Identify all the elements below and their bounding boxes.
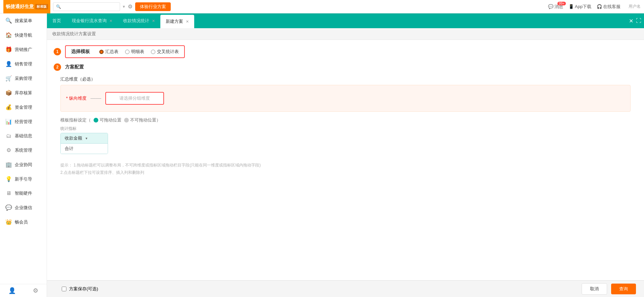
sidebar-item-label: 智能硬件 [15, 190, 32, 196]
dim-row: * 纵向维度 —— 请选择分组维度 [66, 92, 164, 105]
stat-col-chevron: ▾ [86, 136, 88, 141]
content: 收款情况统计方案设置 1 选择模板 汇总表 [47, 28, 644, 280]
radio-summary-input[interactable] [99, 50, 104, 54]
app-logo: 畅捷通好生意 标准版 [3, 0, 50, 13]
app-edition: 标准版 [35, 4, 48, 9]
tab-cash-query[interactable]: 现金银行流水查询 ✕ [66, 13, 118, 28]
sidebar-item-wechat[interactable]: 💬 企业微信 [0, 200, 47, 215]
sidebar-item-sales[interactable]: 👤 销售管理 [0, 57, 47, 71]
sidebar-item-label: 系统管理 [15, 147, 32, 153]
radio-detail-input[interactable] [125, 50, 129, 54]
dropdown-icon[interactable]: ▾ [123, 4, 125, 9]
sidebar-item-hardware[interactable]: 🖥 智能硬件 [0, 186, 47, 200]
inventory-icon: 📦 [5, 90, 12, 96]
purchase-icon: 🛒 [5, 75, 12, 82]
content-inner: 收款情况统计方案设置 1 选择模板 汇总表 [47, 28, 644, 280]
sidebar-item-search-menu[interactable]: 🔍 搜索菜单 [0, 13, 47, 28]
download-label: App下载 [575, 4, 591, 10]
step2-row: 2 方案配置 [54, 63, 637, 71]
support-btn[interactable]: 🎧 在线客服 [597, 4, 621, 10]
fixed-toggle: 不可拖动位置） [124, 117, 161, 123]
enterprise-icon: 🏢 [5, 161, 12, 168]
dimension-section-title: 汇总维度（必选） [60, 76, 631, 82]
home-tab-label: 首页 [52, 18, 61, 24]
sidebar-item-operations[interactable]: 📊 经营管理 [0, 114, 47, 129]
sidebar-item-label: 新手引导 [15, 176, 32, 182]
search-bar: 🔍 [53, 2, 120, 11]
industry-plan-btn[interactable]: 体验行业方案 [135, 2, 171, 11]
message-btn[interactable]: 💬 消息 99+ [548, 4, 563, 10]
sidebar-item-label: 资金管理 [15, 104, 32, 110]
dimension-title-text: 汇总维度（必选） [60, 77, 95, 82]
basic-info-icon: 🗂 [5, 133, 12, 139]
radio-detail-label: 明细表 [131, 49, 144, 55]
sidebar-item-quick-nav[interactable]: 🏠 快捷导航 [0, 28, 47, 42]
sidebar-item-label: 企业协同 [15, 162, 32, 168]
gear-icon[interactable]: ⚙ [128, 3, 132, 10]
tab-collection-stat[interactable]: 收款情况统计 ✕ [118, 13, 160, 28]
sidebar-item-member[interactable]: 👑 畅会员 [0, 215, 47, 229]
save-label: 方案保存(可选) [69, 286, 98, 292]
cancel-button[interactable]: 取消 [582, 283, 607, 295]
marketing-icon: 🎁 [5, 46, 12, 53]
radio-summary[interactable]: 汇总表 [99, 49, 118, 55]
sidebar-item-label: 采购管理 [15, 76, 32, 82]
sidebar-item-basic-info[interactable]: 🗂 基础信息 [0, 129, 47, 143]
save-row: 方案保存(可选) [55, 286, 98, 292]
step1-row: 1 选择模板 汇总表 明细表 [54, 45, 637, 58]
query-button[interactable]: 查询 [611, 284, 636, 294]
sidebar-item-finance[interactable]: 💰 资金管理 [0, 100, 47, 114]
page-breadcrumb: 收款情况统计方案设置 [47, 28, 644, 40]
stat-table-header[interactable]: 收款金额 ▾ [61, 133, 108, 144]
tab-close-all-icon[interactable]: ✕ [629, 18, 633, 24]
radio-cross-input[interactable] [151, 50, 155, 54]
step1-label: 选择模板 [71, 49, 90, 55]
form-section: 1 选择模板 汇总表 明细表 [47, 40, 644, 190]
sidebar-item-label: 基础信息 [15, 133, 32, 139]
dim-select-box[interactable]: 请选择分组维度 [105, 92, 164, 105]
sidebar-settings-btn[interactable]: ⚙ [33, 287, 38, 294]
sidebar-avatar-btn[interactable]: 👤 [8, 287, 16, 294]
top-bar: 畅捷通好生意 标准版 🔍 ▾ ⚙ 体验行业方案 💬 消息 99+ 📱 App下载… [0, 0, 644, 13]
tab-cash-query-label: 现金银行流水查询 [72, 18, 107, 24]
tips-section: 提示： 1.拖动标题栏可以调整布局，不可跨维度或指标区域拖动栏目字段(只能在同一… [60, 159, 631, 179]
movable-label: 可拖动位置 [100, 117, 121, 123]
sidebar-bottom: 👤 ⚙ [0, 284, 47, 297]
tab-bar-actions: ✕ ⛶ [629, 18, 644, 24]
tab-cash-close-icon[interactable]: ✕ [109, 19, 112, 23]
main: 首页 现金银行流水查询 ✕ 收款情况统计 ✕ 新建方案 ✕ ✕ ⛶ [47, 13, 644, 297]
save-checkbox[interactable] [62, 287, 66, 291]
sidebar-item-label: 快捷导航 [15, 32, 32, 38]
tab-home[interactable]: 首页 [47, 13, 66, 28]
stat-total-label: 合计 [65, 146, 73, 151]
dim-arrow-icon: —— [91, 95, 101, 101]
sidebar-item-inventory[interactable]: 📦 库存核算 [0, 86, 47, 100]
stat-table-row-total: 合计 [61, 144, 108, 154]
radio-cross[interactable]: 交叉统计表 [151, 49, 179, 55]
sidebar-item-purchase[interactable]: 🛒 采购管理 [0, 71, 47, 86]
download-btn[interactable]: 📱 App下载 [569, 4, 591, 10]
fixed-label: 不可拖动位置） [130, 117, 161, 123]
dimension-area: * 纵向维度 —— 请选择分组维度 [60, 85, 631, 112]
sidebar: 🔍 搜索菜单 🏠 快捷导航 🎁 营销推广 👤 销售管理 🛒 采购管理 📦 库存核… [0, 13, 47, 297]
radio-detail[interactable]: 明细表 [125, 49, 144, 55]
settings-icon: ⚙ [33, 287, 38, 294]
stat-col-header: 收款金额 [65, 135, 82, 141]
tab-fullscreen-icon[interactable]: ⛶ [636, 18, 641, 24]
sidebar-item-label: 营销推广 [15, 47, 32, 53]
sidebar-item-label: 销售管理 [15, 61, 32, 67]
tab-collection-close-icon[interactable]: ✕ [152, 19, 155, 23]
app-body: 🔍 搜索菜单 🏠 快捷导航 🎁 营销推广 👤 销售管理 🛒 采购管理 📦 库存核… [0, 13, 644, 297]
indicators-label-row: 模板指标设定（ 可拖动位置 不可拖动位置） [60, 117, 631, 123]
tab-new-plan-label: 新建方案 [166, 18, 183, 24]
search-icon: 🔍 [56, 4, 61, 9]
sidebar-item-guide[interactable]: 💡 新手引导 [0, 172, 47, 186]
tab-new-plan-close-icon[interactable]: ✕ [186, 19, 189, 24]
sidebar-item-marketing[interactable]: 🎁 营销推广 [0, 42, 47, 57]
tab-new-plan[interactable]: 新建方案 ✕ [160, 15, 194, 28]
sidebar-item-enterprise[interactable]: 🏢 企业协同 [0, 157, 47, 172]
sidebar-item-system[interactable]: ⚙ 系统管理 [0, 143, 47, 157]
member-icon: 👑 [5, 219, 12, 225]
top-icons: 💬 消息 99+ 📱 App下载 🎧 在线客服 用户名 [548, 4, 641, 10]
sidebar-item-label: 经营管理 [15, 119, 32, 125]
